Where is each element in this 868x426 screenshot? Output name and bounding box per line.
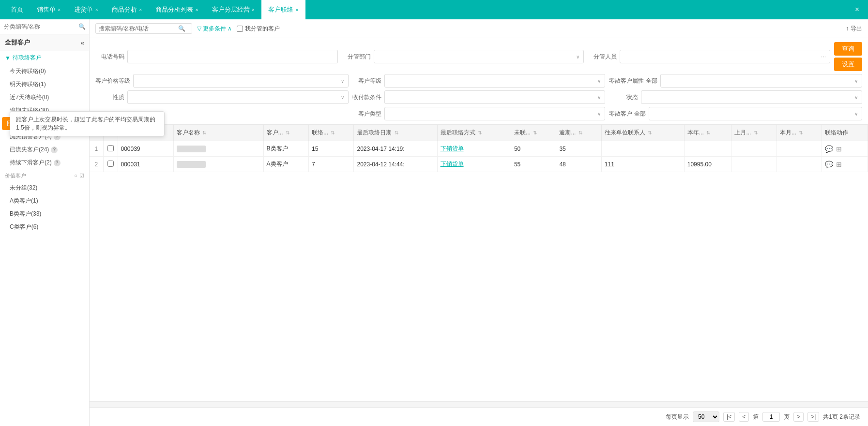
settings-icon[interactable]: ☑ xyxy=(79,173,84,179)
col-this-month[interactable]: 本月... ⇅ xyxy=(777,125,822,141)
filter-label-retail-attr: 零散客户属性 全部 xyxy=(609,77,657,85)
col-last-date[interactable]: 最后联络日期 ⇅ xyxy=(354,125,437,141)
nav-home[interactable]: 首页 xyxy=(4,0,30,19)
filter-select-retail-customer[interactable]: ∨ xyxy=(649,107,862,120)
query-button[interactable]: 查询 xyxy=(834,42,862,56)
nav-analysis-list[interactable]: 商品分析列表 × xyxy=(149,0,205,19)
grid-icon-2[interactable]: ⊞ xyxy=(836,161,842,168)
sidebar-item-a-class[interactable]: A类客户(1) xyxy=(0,194,89,207)
filter-row-3: 性质 ∨ 收付款条件 ∨ 状态 xyxy=(95,90,862,104)
filter-select-status[interactable]: ∨ xyxy=(641,90,862,104)
filter-select-person[interactable]: ··· xyxy=(620,50,830,63)
row-1-checkbox[interactable] xyxy=(107,145,114,151)
chevron-down-icon-2: ∨ xyxy=(341,78,344,84)
table-row: 2 000031 A类客户 7 2023-04-12 14:44: 下 xyxy=(90,157,868,172)
horizontal-scrollbar[interactable] xyxy=(90,401,868,407)
col-name[interactable]: 客户名称 ⇅ xyxy=(173,125,263,141)
filter-select-gender[interactable]: ∨ xyxy=(127,90,349,104)
page-unit: 页 xyxy=(784,413,790,421)
col-last-method[interactable]: 最后联络方式 ⇅ xyxy=(437,125,511,141)
nav-customer-segment[interactable]: 客户分层经营 × xyxy=(205,0,261,19)
last-page-button[interactable]: >| xyxy=(807,412,819,422)
all-customers-label: 全部客户 xyxy=(5,38,30,47)
filter-input-phone[interactable] xyxy=(127,50,338,63)
edit-icon[interactable]: ○ xyxy=(74,173,77,179)
message-icon-2[interactable]: 💬 xyxy=(825,161,833,168)
filter-field-status: 状态 ∨ xyxy=(609,90,862,104)
col-this-year[interactable]: 本年... ⇅ xyxy=(684,125,731,141)
row-2-unit-contacts: 111 xyxy=(601,157,684,172)
filter-field-payment: 收付款条件 ∨ xyxy=(352,90,606,104)
sidebar-search-input[interactable] xyxy=(4,23,76,30)
next-page-button[interactable]: > xyxy=(793,412,804,422)
filter-more-conditions[interactable]: ▽ 更多条件 ∧ xyxy=(197,25,232,33)
col-unit-contacts[interactable]: 往来单位联系人 ⇅ xyxy=(601,125,684,141)
filter-search-box: 🔍 xyxy=(95,23,192,34)
page-label: 第 xyxy=(753,413,759,421)
nav-purchase[interactable]: 进货单 × xyxy=(67,0,105,19)
col-overdue[interactable]: 逾期... ⇅ xyxy=(556,125,601,141)
row-checkbox-1[interactable] xyxy=(103,141,118,157)
nav-customer-contact-close-icon[interactable]: × xyxy=(295,0,298,19)
col-type[interactable]: 客户... ⇅ xyxy=(263,125,308,141)
col-last-month[interactable]: 上月... ⇅ xyxy=(731,125,777,141)
filter-select-price-level[interactable]: ∨ xyxy=(133,74,349,88)
nav-analysis[interactable]: 商品分析 × xyxy=(105,0,149,19)
nav-analysis-list-close-icon[interactable]: × xyxy=(195,0,198,19)
filter-label-customer-level: 客户等级 xyxy=(352,77,381,85)
nav-customer-contact[interactable]: 客户联络 × xyxy=(261,0,305,19)
nav-sales-close-icon[interactable]: × xyxy=(58,0,61,19)
filter-label-person: 分管人员 xyxy=(588,53,617,61)
sidebar-item-churned[interactable]: 已流失客户(24) ? xyxy=(0,143,89,156)
customer-table-container[interactable]: ⚙ 客户编码 ⇅ 客户名称 ⇅ xyxy=(90,125,868,401)
filter-select-dept[interactable]: ∨ xyxy=(374,50,584,63)
row-1-actions: 💬 ⊞ xyxy=(822,141,868,157)
sidebar-search-area: 🔍 xyxy=(0,19,89,34)
sidebar-search-icon[interactable]: 🔍 xyxy=(78,23,86,30)
nav-purchase-close-icon[interactable]: × xyxy=(95,0,98,19)
export-button[interactable]: ↑ 导出 xyxy=(846,25,862,33)
blurred-name-2 xyxy=(177,161,206,168)
sidebar-item-7days-contact[interactable]: 近7天待联络(0) xyxy=(0,91,89,104)
prev-page-button[interactable]: < xyxy=(739,412,749,422)
filter-select-payment[interactable]: ∨ xyxy=(384,90,606,104)
row-1-last-method[interactable]: 下销货单 xyxy=(437,141,511,157)
filter-select-customer-level[interactable]: ∨ xyxy=(384,74,606,88)
filter-search-input[interactable] xyxy=(99,25,176,32)
sort-icon-contact: ⇅ xyxy=(331,130,335,135)
settings-button[interactable]: 设置 xyxy=(834,58,862,71)
sort-icon-last-month: ⇅ xyxy=(754,130,758,135)
per-page-select[interactable]: 50 100 200 xyxy=(693,411,719,422)
filter-select-customer-type[interactable]: ∨ xyxy=(384,107,606,120)
col-unreached[interactable]: 未联... ⇅ xyxy=(511,125,556,141)
nav-customer-segment-close-icon[interactable]: × xyxy=(252,0,255,19)
filter-field-phone: 电话号码 xyxy=(95,50,338,63)
sort-icon-last-date: ⇅ xyxy=(395,130,398,135)
filter-search-icon[interactable]: 🔍 xyxy=(178,25,185,32)
first-page-button[interactable]: |< xyxy=(723,412,735,422)
row-2-last-method[interactable]: 下销货单 xyxy=(437,157,511,172)
sidebar-item-today-contact[interactable]: 今天待联络(0) xyxy=(0,65,89,78)
sidebar-item-tomorrow-contact[interactable]: 明天待联络(1) xyxy=(0,78,89,91)
nav-sales[interactable]: 销售单 × xyxy=(30,0,67,19)
message-icon-1[interactable]: 💬 xyxy=(825,145,833,153)
col-contact[interactable]: 联络... ⇅ xyxy=(309,125,354,141)
sort-icon-this-year: ⇅ xyxy=(706,130,710,135)
my-customers-checkbox[interactable] xyxy=(237,26,243,32)
filter-icon: ▽ xyxy=(197,25,201,32)
chevron-down-icon: ∨ xyxy=(576,54,579,59)
sidebar-item-ungrouped[interactable]: 未分组(32) xyxy=(0,181,89,194)
row-checkbox-2[interactable] xyxy=(103,157,118,172)
window-close-button[interactable]: × xyxy=(850,5,864,14)
filter-select-retail-attr[interactable]: ∨ xyxy=(660,74,862,88)
sidebar-collapse-icon[interactable]: « xyxy=(81,39,84,46)
sidebar-group-pending-contact[interactable]: ▼ 待联络客户 xyxy=(0,51,89,65)
row-2-checkbox[interactable] xyxy=(107,161,114,167)
sidebar-item-c-class[interactable]: C类客户(6) xyxy=(0,220,89,234)
sidebar-item-declining[interactable]: 持续下滑客户(2) ? xyxy=(0,156,89,169)
grid-icon-1[interactable]: ⊞ xyxy=(836,145,842,153)
nav-analysis-close-icon[interactable]: × xyxy=(139,0,142,19)
page-number-input[interactable] xyxy=(762,412,780,422)
my-customers-filter[interactable]: 我分管的客户 xyxy=(237,25,280,33)
sidebar-item-b-class[interactable]: B类客户(33) xyxy=(0,207,89,220)
